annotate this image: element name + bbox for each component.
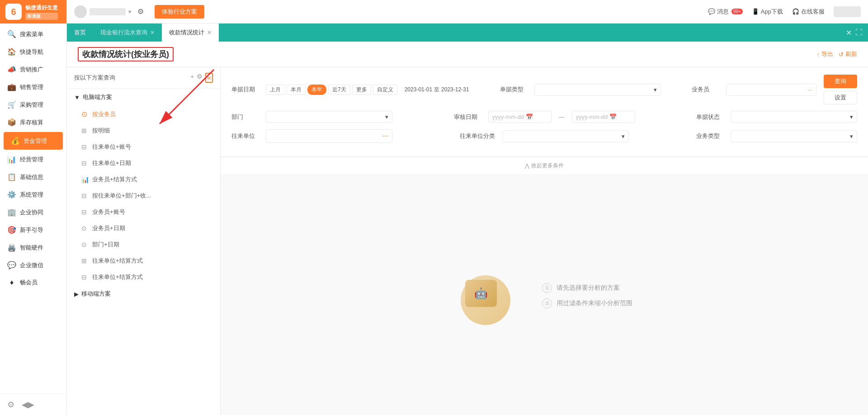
scheme-group-pc-title[interactable]: ▼ 电脑端方案 bbox=[67, 89, 220, 106]
date-btn-more[interactable]: 更多 bbox=[352, 85, 371, 95]
refresh-button[interactable]: ↺ 刷新 bbox=[839, 50, 857, 58]
close-tab-icon[interactable]: ✕ bbox=[846, 28, 852, 37]
tab-bank-flow[interactable]: 现金银行流水查询 ✕ bbox=[93, 24, 162, 42]
sidebar-item-member[interactable]: ♦️ 畅会员 bbox=[0, 274, 66, 291]
empty-area: 🤖 ① 请先选择要分析的方案 ② 用过滤条件来缩小分析范围 bbox=[221, 174, 868, 415]
sidebar-item-quick-nav[interactable]: 🏠 快捷导航 bbox=[0, 43, 66, 61]
partner-category-select[interactable]: ▾ bbox=[502, 130, 629, 142]
sidebar-item-label: 系统管理 bbox=[20, 191, 43, 199]
calendar-to-icon[interactable]: 📅 bbox=[609, 113, 617, 120]
sidebar-item-label: 快捷导航 bbox=[20, 48, 43, 56]
salesman-select[interactable]: ··· bbox=[726, 84, 816, 96]
scheme-item-dept-date[interactable]: ⊙ 部门+日期 bbox=[67, 236, 220, 253]
refresh-icon: ↺ bbox=[839, 51, 844, 58]
sidebar-item-guide[interactable]: 🎯 新手引导 bbox=[0, 221, 66, 239]
sidebar-item-search-menu[interactable]: 🔍 搜索菜单 bbox=[0, 25, 66, 43]
tab-collection-stat[interactable]: 收款情况统计 ✕ bbox=[162, 24, 219, 42]
calendar-from-icon[interactable]: 📅 bbox=[526, 113, 533, 120]
sidebar-item-marketing[interactable]: 📣 营销推广 bbox=[0, 61, 66, 78]
review-date-to[interactable]: yyyy-mm-dd 📅 bbox=[572, 111, 635, 123]
collapse-sidebar-icon[interactable]: ◀▶ bbox=[22, 400, 34, 410]
page-title: 收款情况统计(按业务员) bbox=[78, 47, 174, 61]
online-service-item[interactable]: 🎧 在线客服 bbox=[792, 8, 825, 16]
scheme-item-unit-settle2[interactable]: ⊟ 往来单位+结算方式 bbox=[67, 269, 220, 285]
sidebar-item-label: 搜索菜单 bbox=[20, 30, 43, 38]
export-button[interactable]: ↑ 导出 bbox=[817, 50, 834, 58]
bank-flow-tab-close-icon[interactable]: ✕ bbox=[150, 29, 155, 36]
scheme-item-label: 按明细 bbox=[92, 127, 110, 135]
topbar-gear-icon[interactable]: ⚙ bbox=[137, 7, 144, 16]
scheme-group-pc: ▼ 电脑端方案 ⊙ 按业务员 ⊞ 按明细 ⊟ 往来单位+账号 bbox=[67, 89, 220, 285]
sidebar-item-operations[interactable]: 📊 经营管理 bbox=[0, 151, 66, 168]
sidebar-item-hardware[interactable]: 🖨️ 智能硬件 bbox=[0, 239, 66, 256]
sidebar-item-system[interactable]: ⚙️ 系统管理 bbox=[0, 186, 66, 203]
sidebar-item-label: 资金管理 bbox=[24, 137, 47, 145]
salesman-date-icon: ⊙ bbox=[81, 225, 89, 232]
scheme-item-by-detail[interactable]: ⊞ 按明细 bbox=[67, 123, 220, 139]
collapse-panel-icon[interactable]: « bbox=[205, 73, 213, 83]
tabbar-actions: ✕ ⛶ bbox=[846, 28, 868, 37]
page-actions: ↑ 导出 ↺ 刷新 bbox=[817, 50, 858, 58]
notification-label: 消息 bbox=[717, 8, 729, 16]
date-btn-last-month[interactable]: 上月 bbox=[266, 85, 285, 95]
add-scheme-icon[interactable]: + bbox=[190, 73, 194, 83]
maximize-icon[interactable]: ⛶ bbox=[855, 28, 863, 37]
settings-icon[interactable]: ⚙ bbox=[7, 400, 14, 410]
scheme-item-salesman-settle[interactable]: 📊 业务员+结算方式 bbox=[67, 171, 220, 188]
date-btn-custom[interactable]: 自定义 bbox=[373, 85, 397, 95]
sidebar-item-label: 智能硬件 bbox=[20, 244, 43, 252]
settings-button[interactable]: 设置 bbox=[824, 91, 857, 104]
topbar: ▾ ⚙ 体验行业方案 💬 消息 99+ 📱 App下载 🎧 在线客服 bbox=[67, 0, 868, 24]
unit-account-icon: ⊟ bbox=[81, 143, 89, 151]
collection-stat-tab-close-icon[interactable]: ✕ bbox=[207, 29, 212, 36]
review-date-from-value: yyyy-mm-dd bbox=[492, 113, 524, 120]
scheme-item-label: 业务员+日期 bbox=[92, 224, 125, 232]
collapse-bar[interactable]: ⋀ 收起更多条件 bbox=[221, 157, 868, 174]
app-name: 畅捷通好生意 bbox=[25, 4, 58, 12]
topbar-dropdown-icon[interactable]: ▾ bbox=[128, 9, 131, 15]
doc-type-select[interactable]: ▾ bbox=[534, 84, 661, 96]
query-button[interactable]: 查询 bbox=[824, 75, 857, 88]
sidebar: 6 畅捷通好生意 标准版 🔍 搜索菜单 🏠 快捷导航 📣 营销推广 💼 销售管理… bbox=[0, 0, 67, 415]
notification-item[interactable]: 💬 消息 99+ bbox=[708, 8, 743, 16]
sidebar-item-basic-info[interactable]: 📋 基础信息 bbox=[0, 168, 66, 186]
date-btn-this-year[interactable]: 本年 bbox=[307, 85, 326, 95]
scheme-item-unit-dept-collect[interactable]: ⊟ 按往来单位+部门+收... bbox=[67, 188, 220, 204]
scheme-item-unit-account[interactable]: ⊟ 往来单位+账号 bbox=[67, 139, 220, 155]
scheme-item-unit-date[interactable]: ⊟ 往来单位+日期 bbox=[67, 155, 220, 171]
tab-home[interactable]: 首页 bbox=[67, 24, 93, 42]
date-from: 2023-01-01 bbox=[405, 86, 432, 93]
review-date-from[interactable]: yyyy-mm-dd 📅 bbox=[488, 111, 552, 123]
scheme-item-salesman-account[interactable]: ⊟ 业务员+账号 bbox=[67, 204, 220, 220]
dept-select[interactable]: ▾ bbox=[266, 111, 392, 123]
scheme-settings-icon[interactable]: ⚙ bbox=[197, 73, 203, 83]
doc-status-select[interactable]: ▾ bbox=[731, 111, 857, 123]
purchase-icon: 🛒 bbox=[7, 100, 16, 109]
date-dash: — bbox=[559, 113, 565, 120]
trial-btn[interactable]: 体验行业方案 bbox=[155, 5, 204, 19]
sidebar-item-finance[interactable]: 💰 资金管理 bbox=[4, 132, 63, 150]
date-btn-this-month[interactable]: 本月 bbox=[287, 85, 306, 95]
sidebar-item-sales[interactable]: 💼 销售管理 bbox=[0, 78, 66, 96]
sidebar-item-wechat[interactable]: 💬 企业微信 bbox=[0, 256, 66, 274]
salesman-more-icon[interactable]: ··· bbox=[807, 86, 812, 93]
scheme-group-mobile-title[interactable]: ▶ 移动端方案 bbox=[67, 285, 220, 302]
sidebar-item-label: 企业协同 bbox=[20, 208, 43, 217]
doc-status-label: 单据状态 bbox=[696, 113, 723, 121]
filter-row-2: 部门 ▾ 审核日期 yyyy-mm-dd 📅 — yyyy-mm-dd 📅 bbox=[231, 111, 857, 123]
scheme-item-by-salesman[interactable]: ⊙ 按业务员 bbox=[67, 106, 220, 123]
expand-mobile-icon: ▶ bbox=[74, 291, 79, 297]
partner-more-icon[interactable]: ··· bbox=[382, 132, 388, 140]
sidebar-item-purchase[interactable]: 🛒 采购管理 bbox=[0, 96, 66, 113]
date-btn-7days[interactable]: 近7天 bbox=[328, 85, 350, 95]
salesman-account-icon: ⊟ bbox=[81, 208, 89, 216]
biz-type-select[interactable]: ▾ bbox=[731, 130, 857, 142]
unit-date-icon: ⊟ bbox=[81, 160, 89, 167]
sidebar-item-label: 新手引导 bbox=[20, 226, 43, 234]
sidebar-item-enterprise[interactable]: 🏢 企业协同 bbox=[0, 203, 66, 221]
app-download-item[interactable]: 📱 App下载 bbox=[752, 8, 783, 16]
sidebar-item-inventory[interactable]: 📦 库存核算 bbox=[0, 113, 66, 131]
scheme-item-unit-settle1[interactable]: ⊞ 往来单位+结算方式 bbox=[67, 253, 220, 269]
partner-select[interactable]: ··· bbox=[266, 129, 392, 143]
scheme-item-salesman-date[interactable]: ⊙ 业务员+日期 bbox=[67, 220, 220, 236]
